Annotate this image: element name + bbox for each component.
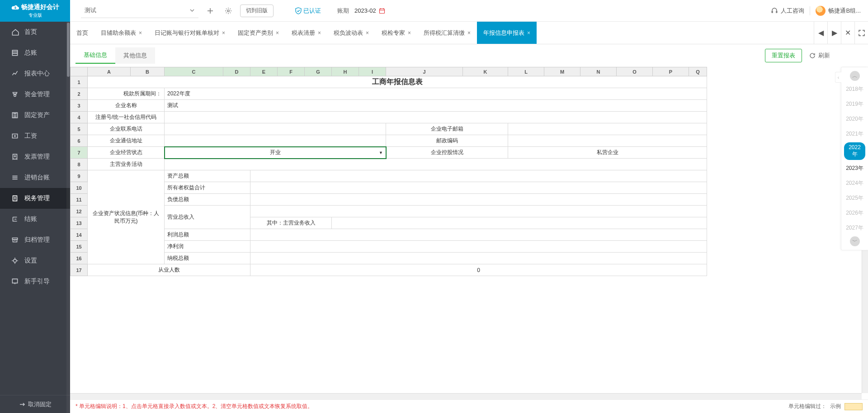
sidebar-item-9[interactable]: 结账 [0,209,70,230]
cell-r8-0[interactable]: 主营业务活动 [88,159,165,170]
sidebar-item-4[interactable]: 固定资产 [0,105,70,126]
refresh-button[interactable]: 刷新 [809,52,830,60]
year-2019年[interactable]: 2019年 [841,97,868,112]
unpin-button[interactable]: 取消固定 [0,395,70,413]
col-header-D[interactable]: D [223,67,250,76]
rail-up[interactable]: ︿ [850,71,860,81]
cell-r4-0[interactable]: 注册号/统一社会信用代码 [88,112,165,123]
rail-collapse[interactable]: ‹ [835,72,841,83]
cell-r5-1[interactable] [165,123,386,135]
cell-r10-0[interactable]: 所有者权益合计 [165,182,250,194]
col-header-N[interactable]: N [580,67,617,76]
row-header-12[interactable]: 12 [71,206,88,217]
year-2022年[interactable]: 2022年 [844,142,865,160]
cell-r7-2[interactable]: 企业控股情况 [386,147,508,159]
row-header-5[interactable]: 5 [71,123,88,135]
consult-button[interactable]: 人工咨询 [771,7,804,15]
col-header-K[interactable]: K [463,67,508,76]
col-header-O[interactable]: O [617,67,653,76]
cell-r7-3[interactable]: 私营企业 [508,147,707,159]
tab-6[interactable]: 税检专家× [375,22,417,44]
sidebar-item-6[interactable]: 发票管理 [0,146,70,167]
year-2023年[interactable]: 2023年 [841,161,868,176]
subtab-1[interactable]: 其他信息 [115,47,155,64]
sidebar-item-11[interactable]: 设置 [0,250,70,271]
cell-r9-2[interactable] [250,170,707,182]
cell-r8-1[interactable] [165,159,707,170]
year-2026年[interactable]: 2026年 [841,206,868,221]
tab-scroll-right[interactable]: ▶ [827,22,841,44]
sidebar-item-8[interactable]: 税务管理 [0,188,70,209]
add-button[interactable] [204,5,217,17]
cell-r12-0[interactable]: 营业总收入 [165,206,250,229]
cell-r13-1[interactable] [332,217,707,229]
sidebar-item-5[interactable]: 工资 [0,126,70,146]
tab-scroll-left[interactable]: ◀ [814,22,827,44]
year-2021年[interactable]: 2021年 [841,127,868,141]
cell-r6-0[interactable]: 企业通信地址 [88,135,165,147]
sidebar-item-0[interactable]: 首页 [0,22,70,42]
period-picker[interactable]: 2023-02 [354,7,385,14]
row-header-8[interactable]: 8 [71,159,88,170]
cell-r14-0[interactable]: 利润总额 [165,229,250,241]
row-header-9[interactable]: 9 [71,170,88,182]
year-2020年[interactable]: 2020年 [841,112,868,127]
cell-r17-0[interactable]: 从业人数 [88,264,250,276]
cell-r9-0[interactable]: 企业资产状况信息(币种：人民币万元) [88,170,165,264]
cell-r17-1[interactable]: 0 [250,264,707,276]
col-header-L[interactable]: L [508,67,544,76]
cell-r1-0[interactable]: 工商年报信息表 [88,76,707,88]
row-header-10[interactable]: 10 [71,182,88,194]
sidebar-item-10[interactable]: 归档管理 [0,230,70,250]
cell-r7-1[interactable]: 开业 [165,147,386,159]
row-header-2[interactable]: 2 [71,88,88,100]
tab-7[interactable]: 所得税汇算清缴× [417,22,477,44]
switch-old-version-button[interactable]: 切到旧版 [240,5,274,17]
settings-button[interactable] [222,5,235,17]
cell-r15-0[interactable]: 净利润 [165,241,250,253]
col-header-M[interactable]: M [544,67,580,76]
row-header-7[interactable]: 7 [71,147,88,159]
reset-report-button[interactable]: 重置报表 [765,49,802,62]
tab-1[interactable]: 目辅助余额表× [94,22,148,44]
cell-r7-0[interactable]: 企业经营状态 [88,147,165,159]
cell-r10-1[interactable] [250,182,707,194]
sidebar-item-2[interactable]: 报表中心 [0,63,70,84]
row-header-14[interactable]: 14 [71,229,88,241]
cell-r14-1[interactable] [250,229,707,241]
year-2025年[interactable]: 2025年 [841,191,868,206]
col-header-A[interactable]: A [88,67,131,76]
cell-r5-0[interactable]: 企业联系电话 [88,123,165,135]
tab-2[interactable]: 日记账与银行对账单核对× [148,22,231,44]
tab-8[interactable]: 年报信息申报表× [477,22,537,44]
row-header-4[interactable]: 4 [71,112,88,123]
year-2018年[interactable]: 2018年 [841,82,868,97]
sidebar-scrollbar[interactable] [66,22,70,413]
cell-r12-1[interactable] [250,206,707,217]
tab-close-1[interactable]: × [139,30,142,36]
tab-close-8[interactable]: × [527,30,530,36]
row-header-15[interactable]: 15 [71,241,88,253]
cell-r6-2[interactable]: 邮政编码 [386,135,508,147]
cell-r16-1[interactable] [250,253,707,264]
cell-r9-1[interactable]: 资产总额 [165,170,250,182]
tab-close-6[interactable]: × [408,30,411,36]
cell-r15-1[interactable] [250,241,707,253]
col-header-P[interactable]: P [653,67,689,76]
cell-r2-1[interactable]: 2022年度 [165,88,707,100]
cell-r13-0[interactable]: 其中：主营业务收入 [250,217,332,229]
business-selector[interactable]: 测试 [81,4,198,18]
cell-r2-0[interactable]: 税款所属期间： [88,88,165,100]
col-header-J[interactable]: J [386,67,463,76]
cell-r5-2[interactable]: 企业电子邮箱 [386,123,508,135]
tab-close-2[interactable]: × [222,30,225,36]
tab-5[interactable]: 税负波动表× [327,22,375,44]
cell-r11-1[interactable] [250,194,707,206]
sheet-horizontal-scrollbar[interactable] [70,393,862,399]
tab-4[interactable]: 税表清册× [285,22,327,44]
row-header-17[interactable]: 17 [71,264,88,276]
cell-r3-1[interactable]: 测试 [165,100,707,112]
sheet-scroll[interactable]: ABCDEFGHIJKLMNOPQ1工商年报信息表2税款所属期间：2022年度3… [70,67,862,393]
row-header-3[interactable]: 3 [71,100,88,112]
col-header-E[interactable]: E [250,67,278,76]
